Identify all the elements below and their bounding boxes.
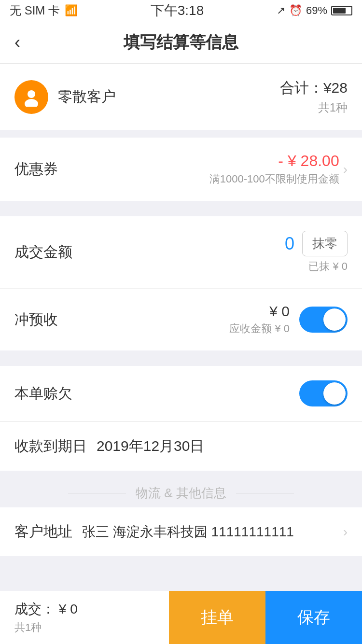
coupon-arrow-icon: › [343,162,348,177]
due-date-section: 收款到期日 2019年12月30日 [0,421,362,471]
due-date-value: 2019年12月30日 [97,436,204,456]
carrier-label: 无 SIM 卡 [10,3,60,18]
prepayment-main: ¥ 0 [229,303,290,320]
deal-top: 0 抹零 [285,231,348,256]
save-button[interactable]: 保存 [265,591,362,644]
wifi-icon: 📶 [65,4,78,17]
credit-section: 本单赊欠 收款到期日 2019年12月30日 [0,366,362,471]
deal-amount-row: 成交金额 0 抹零 已抹 ¥ 0 [0,216,362,289]
status-bar: 无 SIM 卡 📶 下午3:18 ↗ ⏰ 69% [0,0,362,21]
round-off-button[interactable]: 抹零 [302,231,348,256]
bottom-summary: 成交： ¥ 0 共1种 [0,600,169,635]
total-amount: 合计：¥28 [280,78,348,98]
svg-point-1 [25,99,38,107]
svg-point-0 [28,90,35,98]
bottom-deal-row: 成交： ¥ 0 [14,600,154,618]
bottom-deal-value: ¥ 0 [59,602,78,616]
status-time: 下午3:18 [151,1,204,20]
battery-percent: 69% [306,4,327,17]
customer-section: 零散客户 合计：¥28 共1种 [0,64,362,130]
bottom-bar: 成交： ¥ 0 共1种 挂单 保存 [0,591,362,644]
back-button[interactable]: ‹ [14,32,20,53]
credit-row: 本单赊欠 [0,366,362,421]
total-count: 共1种 [280,100,348,115]
alarm-icon: ⏰ [289,4,302,17]
address-section[interactable]: 客户地址 张三 海淀永丰科技园 11111111111 › [0,507,362,556]
prepayment-sub: 应收金额 ¥ 0 [229,322,290,336]
due-date-label: 收款到期日 [14,436,87,456]
bottom-count: 共1种 [14,620,154,635]
nav-bar: ‹ 填写结算等信息 [0,21,362,64]
credit-label: 本单赊欠 [14,384,72,404]
bottom-deal-label: 成交： [14,602,55,616]
prepayment-right: ¥ 0 应收金额 ¥ 0 [229,303,348,336]
coupon-right: - ¥ 28.00 满1000-100不限制使用金额 [209,152,339,186]
page-title: 填写结算等信息 [124,31,238,54]
pending-button[interactable]: 挂单 [169,591,265,644]
coupon-row[interactable]: 优惠券 - ¥ 28.00 满1000-100不限制使用金额 › [0,138,362,201]
coupon-desc: 满1000-100不限制使用金额 [209,172,339,186]
customer-right: 合计：¥28 共1种 [280,78,348,115]
logistics-divider: 物流 & 其他信息 [0,478,362,507]
toggle-knob [323,308,346,331]
deal-amount-label: 成交金额 [14,242,72,262]
customer-left: 零散客户 [14,80,116,114]
separator-1 [0,209,362,216]
deal-sub-text: 已抹 ¥ 0 [308,259,348,274]
coupon-section: 优惠券 - ¥ 28.00 满1000-100不限制使用金额 › [0,138,362,201]
address-left: 客户地址 张三 海淀永丰科技园 11111111111 [14,522,294,542]
coupon-value-block: - ¥ 28.00 满1000-100不限制使用金额 › [209,152,348,186]
due-date-row: 收款到期日 2019年12月30日 [14,436,348,456]
prepayment-toggle[interactable] [299,307,348,333]
avatar [14,80,48,114]
prepayment-row: 冲预收 ¥ 0 应收金额 ¥ 0 [0,289,362,350]
location-icon: ↗ [277,4,285,17]
coupon-label: 优惠券 [14,159,58,179]
status-right: ↗ ⏰ 69% [277,4,352,17]
status-left: 无 SIM 卡 📶 [10,3,78,18]
prepayment-label: 冲预收 [14,310,58,330]
prepayment-amounts: ¥ 0 应收金额 ¥ 0 [229,303,290,336]
address-value: 张三 海淀永丰科技园 11111111111 [82,523,294,541]
deal-section: 成交金额 0 抹零 已抹 ¥ 0 冲预收 ¥ 0 应收金额 ¥ 0 [0,216,362,350]
logistics-label: 物流 & 其他信息 [68,485,294,502]
address-label: 客户地址 [14,522,72,542]
content: 零散客户 合计：¥28 共1种 优惠券 - ¥ 28.00 满1000-100不… [0,64,362,644]
credit-toggle[interactable] [299,380,348,406]
battery-icon [331,6,352,15]
separator-2 [0,358,362,366]
address-arrow-icon: › [343,524,348,540]
coupon-amount: - ¥ 28.00 [209,152,339,170]
deal-amount-value: 0 [285,234,294,254]
deal-amount-right: 0 抹零 已抹 ¥ 0 [285,231,348,274]
customer-name: 零散客户 [58,87,116,107]
credit-toggle-knob [323,382,346,405]
